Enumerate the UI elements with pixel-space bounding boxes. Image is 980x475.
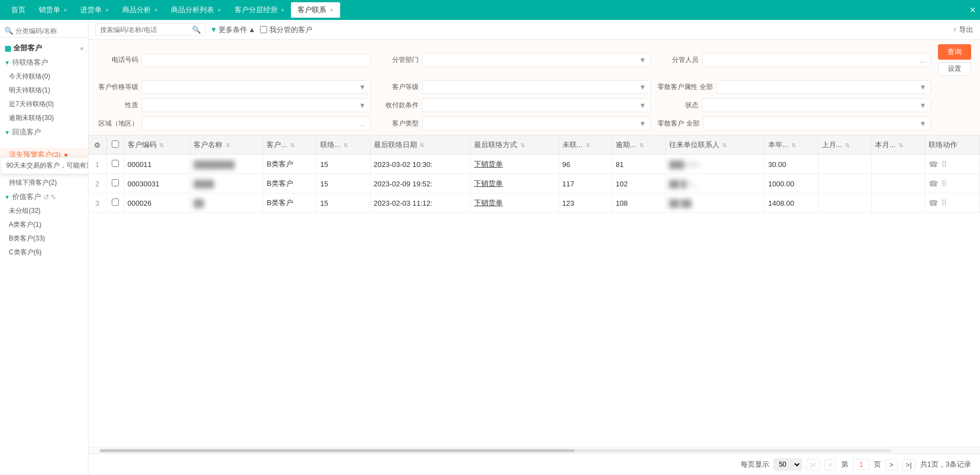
sort-code-icon: ⇅ [159, 142, 164, 148]
cell-last-method[interactable]: 下销货单 [471, 174, 559, 194]
contact-action-icon[interactable]: ☎ [929, 179, 938, 188]
query-button[interactable]: 查询 [938, 44, 971, 60]
cell-last-method[interactable]: 下销货单 [471, 155, 559, 174]
tab-customer-contact[interactable]: 客户联系 × [291, 2, 340, 18]
edit-icon-value[interactable]: ✎ [50, 193, 56, 201]
more-action-icon[interactable]: ⠿ [941, 179, 947, 188]
close-customer-tier-tab[interactable]: × [281, 7, 284, 13]
sidebar-item-c-class[interactable]: C类客户(6) [0, 246, 88, 259]
adv-filter-row-4: 区域（地区） … 客户类型 ▼ 零散客户 全部 ▼ [97, 117, 971, 131]
cell-partner-contact: ██ ██ [665, 194, 764, 213]
tab-goods-analysis[interactable]: 商品分析 × [116, 2, 164, 18]
settings-button[interactable]: 设置 [938, 62, 971, 76]
tab-home[interactable]: 首页 [4, 5, 32, 15]
row-checkbox[interactable] [112, 179, 119, 186]
last-page-button[interactable]: >| [902, 459, 916, 471]
cell-last-method[interactable]: 下销货单 [471, 194, 559, 213]
th-uncontacted[interactable]: 未联... ⇅ [559, 135, 612, 155]
search-input[interactable] [100, 26, 192, 34]
th-settings[interactable]: ⚙ [88, 135, 106, 155]
filter-nature-select[interactable]: ▼ [142, 98, 371, 112]
th-last-month[interactable]: 上月... ⇅ [818, 135, 872, 155]
th-this-year[interactable]: 本年... ⇅ [764, 135, 818, 155]
sidebar-item-churn-decline[interactable]: 持续下滑客户(2) [0, 176, 88, 190]
settings-icon[interactable]: ⚙ [94, 141, 101, 149]
row-checkbox[interactable] [112, 160, 119, 167]
window-close-button[interactable]: × [969, 4, 976, 16]
contact-action-icon[interactable]: ☎ [929, 199, 938, 207]
close-goods-analysis-tab[interactable]: × [154, 7, 158, 13]
cell-last-month [818, 155, 872, 174]
filter-region-select[interactable]: … [142, 117, 371, 131]
total-records-label: 共1页，3条记录 [920, 460, 971, 469]
row-checkbox[interactable] [112, 199, 119, 206]
filter-payment-select[interactable]: ▼ [422, 98, 651, 112]
prev-page-button[interactable]: < [825, 459, 837, 471]
th-contact-count[interactable]: 联络... ⇅ [316, 135, 370, 155]
my-customers-checkbox[interactable]: 我分管的客户 [260, 25, 312, 35]
my-customers-check[interactable] [260, 26, 267, 33]
refresh-icon-value[interactable]: ↺ [43, 193, 49, 201]
page-number-input[interactable] [853, 459, 869, 470]
caret-price-icon: ▼ [359, 83, 366, 91]
sidebar-item-overdue-pending[interactable]: 逾期未联络(30) [0, 111, 88, 125]
arrow-down-icon-value: ▼ [4, 194, 10, 200]
contact-action-icon[interactable]: ☎ [929, 160, 938, 169]
filter-customer-type-select[interactable]: ▼ [422, 117, 651, 131]
next-page-button[interactable]: > [885, 459, 898, 471]
tab-customer-tier[interactable]: 客户分层经营 × [228, 2, 291, 18]
per-page-select[interactable]: 50 100 [774, 458, 802, 471]
sidebar-all-customers[interactable]: ▦ 全部客户 « [0, 41, 88, 55]
sort-method-icon: ⇅ [520, 142, 525, 148]
more-action-icon[interactable]: ⠿ [941, 160, 947, 169]
sidebar-item-week-pending[interactable]: 近7天待联络(0) [0, 97, 88, 111]
sidebar-item-today-pending[interactable]: 今天待联络(0) [0, 70, 88, 83]
close-purchase-tab[interactable]: × [105, 7, 108, 13]
th-checkbox[interactable] [106, 135, 124, 155]
close-goods-list-tab[interactable]: × [217, 7, 221, 13]
search-icon[interactable]: 🔍 [192, 25, 201, 34]
cell-checkbox[interactable] [106, 174, 124, 194]
sidebar-search-input[interactable] [15, 27, 84, 35]
th-last-method[interactable]: 最后联络方式 ⇅ [471, 135, 559, 155]
sidebar-group-value[interactable]: ▼ 价值客户 ↺ ✎ [0, 190, 88, 204]
th-type[interactable]: 客户... ⇅ [263, 135, 317, 155]
th-code[interactable]: 客户编码 ⇅ [124, 135, 190, 155]
tab-purchase[interactable]: 进货单 × [74, 2, 115, 18]
sidebar-item-tomorrow-pending[interactable]: 明天待联络(1) [0, 83, 88, 97]
th-name[interactable]: 客户名称 ⇅ [190, 135, 263, 155]
th-this-month[interactable]: 本月... ⇅ [872, 135, 925, 155]
sidebar-item-b-class[interactable]: B类客户(33) [0, 232, 88, 246]
tab-goods-list[interactable]: 商品分析列表 × [164, 2, 227, 18]
th-overdue[interactable]: 逾期... ⇅ [612, 135, 666, 155]
sidebar-group-pending[interactable]: ▼ 待联络客户 [0, 55, 88, 70]
filter-scatter-customer-select[interactable]: ▼ [703, 117, 931, 131]
sidebar-item-ungrouped[interactable]: 未分组(32) [0, 204, 88, 218]
filter-dept-select[interactable]: ▼ [422, 53, 651, 67]
tab-sales[interactable]: 销货单 × [32, 2, 74, 18]
filter-person-select[interactable]: … [702, 53, 931, 67]
more-conditions-btn[interactable]: ▼ 更多条件 ▲ [210, 25, 256, 35]
cell-type: B类客户 [263, 155, 317, 174]
filter-region-label: 区域（地区） [97, 119, 142, 128]
filter-scatter-attr-select[interactable]: ▼ [716, 80, 931, 94]
select-all-checkbox[interactable] [112, 140, 119, 148]
sidebar-group-churn[interactable]: ▼ 回流客户 [0, 125, 88, 139]
th-partner-contact[interactable]: 往来单位联系人 ⇅ [665, 135, 764, 155]
first-page-button[interactable]: |< [806, 459, 820, 471]
filter-person-label: 分管人员 [658, 55, 702, 65]
filter-phone-input[interactable] [142, 54, 371, 67]
filter-customer-level-select[interactable]: ▼ [422, 80, 651, 94]
more-action-icon[interactable]: ⠿ [941, 199, 947, 207]
filter-status-select[interactable]: ▼ [702, 98, 931, 112]
cell-checkbox[interactable] [106, 155, 124, 174]
cell-this-month [872, 174, 925, 194]
close-customer-contact-tab[interactable]: × [330, 7, 333, 13]
sidebar-item-a-class[interactable]: A类客户(1) [0, 218, 88, 232]
export-button[interactable]: ↑ 导出 [953, 25, 974, 35]
filter-price-level-select[interactable]: ▼ [142, 80, 371, 94]
cell-checkbox[interactable] [106, 194, 124, 213]
close-sales-tab[interactable]: × [64, 7, 67, 13]
caret-person-icon: … [919, 56, 926, 64]
th-last-date[interactable]: 最后联络日期 ⇅ [370, 135, 471, 155]
